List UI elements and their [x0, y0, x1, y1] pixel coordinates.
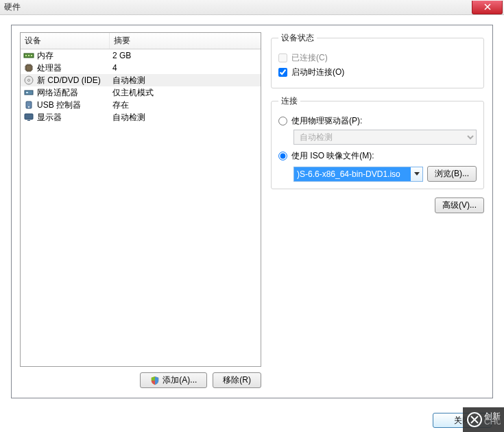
- iso-file-input[interactable]: [293, 167, 411, 182]
- table-header: 设备 摘要: [21, 33, 261, 49]
- chevron-down-icon: [414, 172, 420, 176]
- device-summary: 自动检测: [112, 75, 258, 86]
- iso-file-label[interactable]: 使用 ISO 映像文件(M):: [291, 150, 374, 162]
- svg-rect-1: [25, 55, 27, 56]
- iso-file-radio[interactable]: [278, 152, 287, 160]
- table-row[interactable]: 处理器4: [21, 62, 261, 74]
- connect-at-poweron-checkbox[interactable]: [278, 68, 287, 77]
- cpu-icon: [23, 62, 34, 73]
- connected-label: 已连接(C): [291, 52, 328, 64]
- usb-icon: [23, 99, 34, 110]
- device-status-group: 设备状态 已连接(C) 启动时连接(O): [271, 32, 484, 88]
- browse-button[interactable]: 浏览(B)...: [427, 166, 477, 182]
- svg-rect-2: [28, 55, 29, 56]
- svg-rect-4: [26, 65, 32, 71]
- connect-at-poweron-label[interactable]: 启动时连接(O): [291, 67, 344, 78]
- nic-icon: [23, 87, 34, 98]
- device-name: 网络适配器: [37, 87, 112, 99]
- svg-text:CHUANG XINHU LIAN: CHUANG XINHU LIAN: [484, 417, 501, 427]
- physical-drive-label[interactable]: 使用物理驱动器(P):: [291, 115, 362, 127]
- svg-rect-7: [25, 91, 33, 95]
- advanced-button[interactable]: 高级(V)...: [435, 197, 484, 213]
- svg-rect-11: [25, 114, 33, 119]
- table-row[interactable]: 显示器自动检测: [21, 111, 261, 123]
- add-button[interactable]: 添加(A)...: [140, 372, 207, 388]
- physical-drive-select: 自动检测: [293, 130, 477, 145]
- svg-point-10: [28, 106, 29, 108]
- device-summary: 自动检测: [112, 112, 258, 123]
- device-name: USB 控制器: [37, 99, 112, 111]
- window-title: 硬件: [4, 1, 21, 13]
- device-name: 处理器: [37, 62, 112, 74]
- col-summary[interactable]: 摘要: [110, 33, 261, 49]
- hardware-table: 设备 摘要 内存2 GB处理器4新 CD/DVD (IDE)自动检测网络适配器仅…: [20, 32, 261, 367]
- connection-group: 连接 使用物理驱动器(P): 自动检测 使用 ISO 映像文件(M):: [271, 95, 484, 189]
- connection-legend: 连接: [278, 95, 300, 107]
- close-icon: [484, 3, 491, 10]
- col-device[interactable]: 设备: [21, 33, 110, 49]
- table-row[interactable]: 网络适配器仅主机模式: [21, 86, 261, 99]
- svg-rect-8: [26, 92, 28, 93]
- device-name: 显示器: [37, 112, 112, 123]
- physical-drive-radio[interactable]: [278, 117, 287, 125]
- svg-rect-3: [31, 55, 32, 56]
- close-window-button[interactable]: [472, 1, 503, 14]
- device-summary: 仅主机模式: [112, 87, 258, 99]
- iso-dropdown-button[interactable]: [411, 167, 423, 182]
- device-name: 新 CD/DVD (IDE): [37, 75, 112, 86]
- device-summary: 4: [112, 63, 258, 73]
- display-icon: [23, 112, 34, 123]
- hardware-panel: 设备 摘要 内存2 GB处理器4新 CD/DVD (IDE)自动检测网络适配器仅…: [11, 25, 493, 398]
- shield-icon: [150, 376, 160, 385]
- add-button-label: 添加(A)...: [163, 374, 197, 386]
- table-row[interactable]: 新 CD/DVD (IDE)自动检测: [21, 74, 261, 86]
- device-name: 内存: [37, 50, 112, 62]
- svg-rect-12: [27, 120, 30, 121]
- device-status-legend: 设备状态: [278, 32, 317, 44]
- table-row[interactable]: 内存2 GB: [21, 49, 261, 62]
- svg-point-6: [28, 80, 30, 82]
- memory-icon: [23, 50, 34, 61]
- table-row[interactable]: USB 控制器存在: [21, 99, 261, 111]
- remove-button[interactable]: 移除(R): [213, 372, 261, 388]
- device-summary: 存在: [112, 99, 258, 111]
- watermark-logo: 创新互联 CHUANG XINHU LIAN: [463, 407, 504, 432]
- connected-checkbox: [278, 53, 287, 62]
- cd-icon: [23, 75, 34, 86]
- device-summary: 2 GB: [112, 51, 258, 60]
